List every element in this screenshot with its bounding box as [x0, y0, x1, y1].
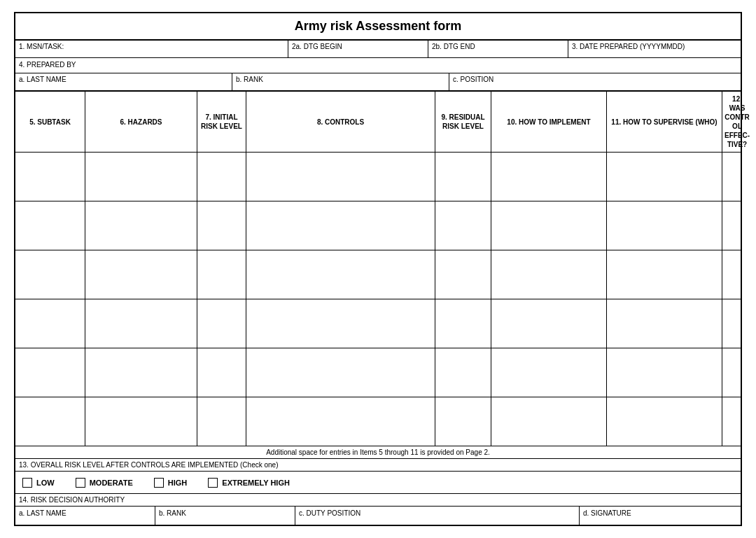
data-cell-hazards-2[interactable] [85, 250, 197, 299]
auth-rank-label: b. RANK [159, 509, 186, 517]
position-cell: c. POSITION [449, 73, 741, 90]
data-cell-initial_risk-1[interactable] [197, 201, 246, 250]
data-cell-residual-2[interactable] [435, 250, 491, 299]
data-cell-initial_risk-4[interactable] [197, 348, 246, 397]
rank-label: b. RANK [236, 76, 263, 83]
dtg-end-label: 2b. DTG END [432, 43, 475, 50]
army-risk-assessment-form: Army risk Assessment form 1. MSN/TASK: 2… [14, 12, 742, 526]
data-cell-residual-3[interactable] [435, 299, 491, 348]
auth-lastname-cell: a. LAST NAME [15, 507, 155, 525]
header-controls: 8. CONTROLS [246, 92, 435, 152]
prepared-by-label: 4. PREPARED BY [19, 61, 76, 69]
checkbox-moderate-label: MODERATE [90, 479, 133, 487]
last-name-cell: a. LAST NAME [15, 73, 232, 90]
msn-cell: 1. MSN/TASK: [15, 41, 288, 57]
data-cell-hazards-1[interactable] [85, 201, 197, 250]
header-hazards: 6. HAZARDS [85, 92, 197, 152]
data-cell-implement-3[interactable] [491, 299, 607, 348]
data-cell-hazards-0[interactable] [85, 153, 197, 201]
rank-cell: b. RANK [232, 73, 449, 90]
data-cell-supervise-4[interactable] [607, 348, 722, 397]
data-cell-implement-4[interactable] [491, 348, 607, 397]
data-cell-subtask-4[interactable] [15, 348, 85, 397]
data-cell-initial_risk-0[interactable] [197, 153, 246, 201]
table-row [15, 299, 741, 348]
names-row: a. LAST NAME b. RANK c. POSITION [15, 73, 741, 91]
header-subtask: 5. SUBTASK [15, 92, 85, 152]
data-cell-implement-1[interactable] [491, 201, 607, 250]
data-cell-controls-4[interactable] [246, 348, 435, 397]
data-cell-subtask-5[interactable] [15, 397, 85, 446]
checkbox-high-label: HIGH [168, 479, 188, 487]
data-cell-initial_risk-2[interactable] [197, 250, 246, 299]
checkbox-high-box[interactable] [154, 478, 164, 488]
form-title: Army risk Assessment form [15, 13, 741, 41]
table-row [15, 153, 741, 201]
table-row [15, 397, 741, 446]
data-cell-subtask-2[interactable] [15, 250, 85, 299]
checkbox-low[interactable]: LOW [22, 478, 55, 488]
data-cell-subtask-0[interactable] [15, 153, 85, 201]
data-cell-residual-4[interactable] [435, 348, 491, 397]
data-cell-implement-5[interactable] [491, 397, 607, 446]
data-cell-initial_risk-3[interactable] [197, 299, 246, 348]
data-cell-subtask-3[interactable] [15, 299, 85, 348]
date-prepared-cell: 3. DATE PREPARED (YYYYMMDD) [568, 41, 741, 57]
data-cell-supervise-5[interactable] [607, 397, 722, 446]
table-row [15, 250, 741, 299]
header-supervise: 11. HOW TO SUPERVISE (WHO) [607, 92, 722, 152]
overall-risk-label: 13. OVERALL RISK LEVEL AFTER CONTROLS AR… [15, 459, 741, 472]
checkbox-moderate-box[interactable] [76, 478, 85, 488]
data-cell-implement-0[interactable] [491, 153, 607, 201]
data-cell-controls-2[interactable] [246, 250, 435, 299]
dtg-begin-cell: 2a. DTG BEGIN [288, 41, 428, 57]
data-cell-hazards-5[interactable] [85, 397, 197, 446]
checkbox-extremely-high-box[interactable] [208, 478, 218, 488]
data-cell-hazards-3[interactable] [85, 299, 197, 348]
data-cell-supervise-0[interactable] [607, 153, 722, 201]
authority-fields-row: a. LAST NAME b. RANK c. DUTY POSITION d.… [15, 507, 741, 525]
auth-rank-cell: b. RANK [155, 507, 295, 525]
data-cell-supervise-1[interactable] [607, 201, 722, 250]
data-cell-effective-4[interactable] [722, 348, 741, 397]
last-name-label: a. LAST NAME [19, 76, 66, 83]
data-cell-controls-0[interactable] [246, 153, 435, 201]
data-cell-hazards-4[interactable] [85, 348, 197, 397]
data-cell-effective-2[interactable] [722, 250, 741, 299]
auth-sig-cell: d. SIGNATURE [580, 507, 741, 525]
data-cell-controls-1[interactable] [246, 201, 435, 250]
overall-risk-label-text: 13. OVERALL RISK LEVEL AFTER CONTROLS AR… [19, 461, 279, 469]
data-cell-effective-5[interactable] [722, 397, 741, 446]
data-cell-residual-1[interactable] [435, 201, 491, 250]
risk-authority-label-row: 14. RISK DECISION AUTHORITY [15, 494, 741, 507]
auth-duty-label: c. DUTY POSITION [299, 509, 360, 517]
auth-sig-label: d. SIGNATURE [583, 509, 631, 517]
data-cell-residual-0[interactable] [435, 153, 491, 201]
data-cell-residual-5[interactable] [435, 397, 491, 446]
header-residual: 9. RESIDUAL RISK LEVEL [435, 92, 491, 152]
data-cell-controls-5[interactable] [246, 397, 435, 446]
header-effective: 12. WAS CONTR OL EFFEC- TIVE? [722, 92, 752, 152]
data-cell-controls-3[interactable] [246, 299, 435, 348]
checkbox-moderate[interactable]: MODERATE [76, 478, 133, 488]
dtg-begin-label: 2a. DTG BEGIN [292, 43, 342, 50]
data-cell-effective-0[interactable] [722, 153, 741, 201]
msn-label: 1. MSN/TASK: [19, 43, 64, 50]
data-cell-initial_risk-5[interactable] [197, 397, 246, 446]
checkbox-low-label: LOW [36, 479, 55, 487]
data-cell-effective-3[interactable] [722, 299, 741, 348]
prepared-by-row: 4. PREPARED BY [15, 58, 741, 73]
header-implement: 10. HOW TO IMPLEMENT [491, 92, 607, 152]
data-cell-implement-2[interactable] [491, 250, 607, 299]
checkbox-low-box[interactable] [22, 478, 32, 488]
data-cell-effective-1[interactable] [722, 201, 741, 250]
data-cell-supervise-2[interactable] [607, 250, 722, 299]
table-row [15, 348, 741, 397]
data-cell-subtask-1[interactable] [15, 201, 85, 250]
header-initial-risk: 7. INITIAL RISK LEVEL [197, 92, 246, 152]
checkbox-high[interactable]: HIGH [154, 478, 188, 488]
checkbox-extremely-high[interactable]: EXTREMELY HIGH [208, 478, 290, 488]
table-row [15, 201, 741, 250]
additional-note: Additional space for entries in Items 5 … [15, 446, 741, 459]
data-cell-supervise-3[interactable] [607, 299, 722, 348]
